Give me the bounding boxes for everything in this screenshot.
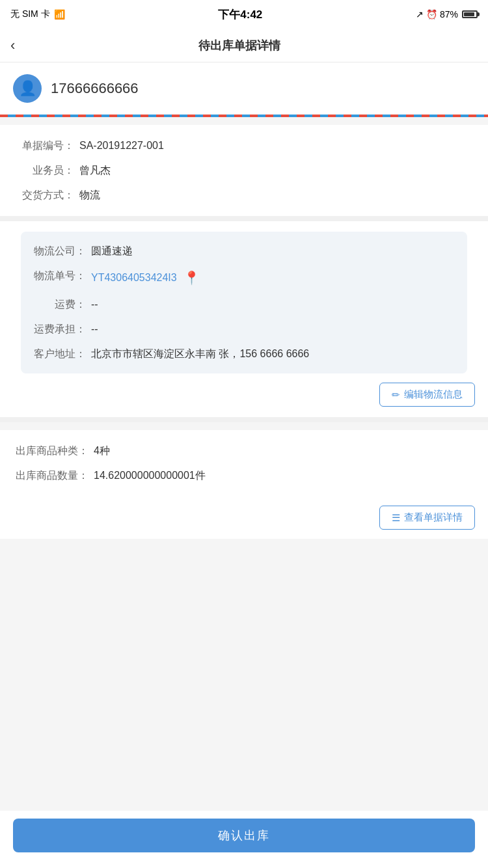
bottom-spacer <box>0 539 488 604</box>
product-quantity-label: 出库商品数量： <box>16 468 88 483</box>
freight-bear-row: 运费承担： -- <box>34 321 454 337</box>
page-title: 待出库单据详情 <box>20 38 458 53</box>
user-section: 👤 17666666666 <box>0 62 488 115</box>
logistics-section: 物流公司： 圆通速递 物流单号： YT43064053424I3 📍 运费： -… <box>21 232 467 373</box>
status-time: 下午4:42 <box>218 7 262 22</box>
status-bar: 无 SIM 卡 📶 下午4:42 ↗ ⏰ 87% <box>0 0 488 29</box>
product-quantity-value: 14.620000000000001件 <box>94 468 472 483</box>
tracking-row: 物流单号： YT43064053424I3 📍 <box>34 268 454 288</box>
product-types-value: 4种 <box>94 443 472 459</box>
avatar-icon: 👤 <box>19 80 36 97</box>
tracking-location-icon[interactable]: 📍 <box>183 268 200 288</box>
order-no-label: 单据编号： <box>16 138 74 154</box>
back-button[interactable]: ‹ <box>5 32 20 59</box>
freight-value: -- <box>91 297 454 312</box>
tracking-label: 物流单号： <box>34 268 86 284</box>
product-types-row: 出库商品种类： 4种 <box>16 443 472 459</box>
salesman-value: 曾凡杰 <box>79 163 472 178</box>
view-detail-button[interactable]: ☰ 查看单据详情 <box>379 506 475 530</box>
logistics-company-row: 物流公司： 圆通速递 <box>34 243 454 259</box>
edit-logistics-row: ✏ 编辑物流信息 <box>10 373 478 407</box>
dashed-divider <box>0 115 488 117</box>
battery-text: 87% <box>440 9 458 20</box>
wifi-icon: 📶 <box>54 9 65 20</box>
battery-icon <box>462 10 478 18</box>
alarm-icon: ⏰ <box>426 9 437 20</box>
delivery-row: 交货方式： 物流 <box>16 187 472 203</box>
product-types-label: 出库商品种类： <box>16 443 88 459</box>
bottom-action-area: 确认出库 <box>0 811 488 868</box>
order-no-row: 单据编号： SA-20191227-001 <box>16 138 472 154</box>
avatar: 👤 <box>13 74 42 103</box>
freight-bear-label: 运费承担： <box>34 321 86 337</box>
logistics-company-value: 圆通速递 <box>91 243 454 259</box>
freight-bear-value: -- <box>91 321 454 337</box>
order-no-value: SA-20191227-001 <box>79 138 472 154</box>
freight-row: 运费： -- <box>34 297 454 312</box>
status-left: 无 SIM 卡 📶 <box>10 8 65 20</box>
view-detail-label: 查看单据详情 <box>404 511 463 524</box>
address-label: 客户地址： <box>34 346 86 362</box>
location-status-icon: ↗ <box>416 9 424 20</box>
section-divider-1 <box>0 216 488 221</box>
address-row: 客户地址： 北京市市辖区海淀区永丰南 张，156 6666 6666 <box>34 346 454 362</box>
carrier-text: 无 SIM 卡 <box>10 8 50 20</box>
delivery-label: 交货方式： <box>16 187 74 203</box>
address-value: 北京市市辖区海淀区永丰南 张，156 6666 6666 <box>91 346 454 362</box>
stats-section: 出库商品种类： 4种 出库商品数量： 14.620000000000001件 <box>0 430 488 496</box>
delivery-value: 物流 <box>79 187 472 203</box>
tracking-number: YT43064053424I3 <box>91 270 177 286</box>
salesman-row: 业务员： 曾凡杰 <box>16 163 472 178</box>
user-phone: 17666666666 <box>51 80 139 97</box>
confirm-button[interactable]: 确认出库 <box>13 819 475 852</box>
tracking-value: YT43064053424I3 📍 <box>91 268 454 288</box>
edit-button-label: 编辑物流信息 <box>404 388 463 401</box>
salesman-label: 业务员： <box>16 163 74 178</box>
view-detail-icon: ☰ <box>392 512 400 524</box>
logistics-company-label: 物流公司： <box>34 243 86 259</box>
view-detail-row: ☰ 查看单据详情 <box>0 496 488 539</box>
product-quantity-row: 出库商品数量： 14.620000000000001件 <box>16 468 472 483</box>
edit-logistics-button[interactable]: ✏ 编辑物流信息 <box>379 383 475 407</box>
nav-bar: ‹ 待出库单据详情 <box>0 29 488 62</box>
logistics-wrapper: 物流公司： 圆通速递 物流单号： YT43064053424I3 📍 运费： -… <box>0 221 488 417</box>
basic-info-section: 单据编号： SA-20191227-001 业务员： 曾凡杰 交货方式： 物流 <box>0 125 488 216</box>
edit-icon: ✏ <box>392 389 400 401</box>
section-divider-2 <box>0 417 488 422</box>
freight-label: 运费： <box>34 297 86 312</box>
status-right: ↗ ⏰ 87% <box>416 9 478 20</box>
